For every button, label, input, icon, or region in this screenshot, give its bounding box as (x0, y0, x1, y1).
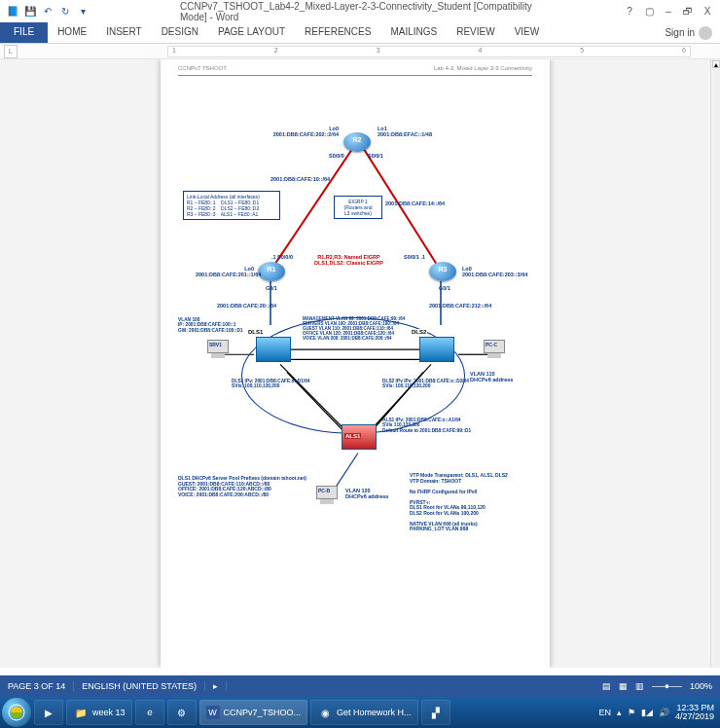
taskbar-word-label: CCNPv7_TSHOO... (224, 708, 302, 717)
link-r1r2-label: 2001:DB8:CAFE:10::/64 (270, 176, 330, 182)
ruler-mark: 1 (172, 47, 176, 56)
als1-svi-label: ALS1 IPv: 2001:DB8:CAFE:x::A1/64 SVIs 11… (382, 418, 471, 433)
r3-lo0-label: Lo0 2001:DB8:CAFE:203::3/64 (462, 266, 527, 277)
pc-label: PC-B (318, 488, 330, 493)
r2-lo1-label: Lo1 2001:DB8:EFAC::1/48 (378, 126, 432, 137)
r3-s001-label: S0/0/1 .1 (404, 254, 425, 260)
tray-sound-icon[interactable]: 🔊 (659, 708, 669, 717)
redo-icon[interactable]: ↻ (58, 5, 72, 18)
qat-dropdown-icon[interactable]: ▾ (76, 5, 90, 18)
router-label: R3 (429, 266, 456, 273)
r2-s000-label: S0/0/0 (329, 153, 344, 159)
page-header-right: Lab 4-2, Mixed Layer 2-3 Connectivity (434, 65, 532, 71)
start-button[interactable] (2, 698, 31, 727)
ruler-mark: 6 (682, 47, 686, 56)
link-r3dls2-label: 2001:DB8:CAFE:212::/64 (429, 303, 491, 309)
scroll-up-icon[interactable]: ▲ (712, 60, 720, 68)
tab-home[interactable]: HOME (48, 22, 96, 43)
ribbon-tabs: FILE HOME INSERT DESIGN PAGE LAYOUT REFE… (0, 22, 720, 44)
r2-s001-label: S0/0/1 (368, 153, 383, 159)
router-r2: R2 (343, 132, 371, 152)
switch-label: DLS2 (411, 329, 427, 335)
zoom-slider[interactable]: ──●── (652, 681, 682, 691)
close-button[interactable]: X (701, 6, 714, 17)
pc-srv1: SRV1 (205, 340, 231, 361)
tray-date[interactable]: 4/27/2019 (675, 712, 714, 721)
vtp-box: VTP Mode Transparent: DLS1, ALS1, DLS2 V… (410, 473, 508, 532)
view-read-icon[interactable]: ▤ (602, 681, 611, 691)
taskbar-app[interactable]: ▞ (421, 700, 450, 725)
page-header-left: CCNPv7 TSHOOT (178, 65, 227, 71)
app-icon: ▞ (428, 705, 444, 720)
eigrp-box: EIGRP 1 (Routers and L3 switches) (334, 196, 382, 219)
pc-label: PC-C (486, 342, 497, 347)
r1-g001-label: G0/1 (266, 285, 277, 291)
taskbar-chrome[interactable]: ◉Get Homework H... (310, 700, 418, 725)
save-icon[interactable]: 💾 (23, 5, 37, 18)
tab-references[interactable]: REFERENCES (295, 22, 380, 43)
pcc-box: VLAN 110 DHCPv6 address (470, 371, 513, 382)
tray-network-icon[interactable]: ▮◢ (641, 708, 653, 717)
sign-in-label: Sign in (665, 27, 695, 38)
avatar-icon (699, 26, 712, 40)
ruler-mark: 5 (580, 47, 584, 56)
status-language[interactable]: ENGLISH (UNITED STATES) (74, 681, 205, 691)
tray-lang[interactable]: EN (598, 708, 611, 717)
document-area[interactable]: CCNPv7 TSHOOT Lab 4-2, Mixed Layer 2-3 C… (0, 59, 710, 668)
view-print-icon[interactable]: ▦ (619, 681, 628, 691)
status-macro-icon[interactable]: ▸ (205, 681, 227, 691)
taskbar-word[interactable]: WCCNPv7_TSHOO... (199, 700, 308, 725)
link-r1dls1-label: 2001:DB8:CAFE:20::/64 (217, 303, 276, 309)
tab-view[interactable]: VIEW (505, 22, 550, 43)
taskbar-ie[interactable]: ｅ (135, 700, 164, 725)
tab-mailings[interactable]: MAILINGS (380, 22, 447, 43)
taskbar-explorer[interactable]: 📁week 13 (66, 700, 132, 725)
r1-lo0-label: Lo0 2001:DB8:CAFE:201::1/64 (196, 266, 254, 277)
tab-design[interactable]: DESIGN (152, 22, 208, 43)
taskbar-chrome-label: Get Homework H... (337, 708, 412, 717)
help-button[interactable]: ? (623, 6, 636, 17)
horizontal-ruler[interactable]: 1 2 3 4 5 6 (167, 46, 691, 57)
ruler-row: L 1 2 3 4 5 6 (0, 44, 720, 59)
tab-pagelayout[interactable]: PAGE LAYOUT (208, 22, 295, 43)
folder-icon: 📁 (73, 705, 89, 720)
link-local-box: Link-Local Address (all interfaces) R1 –… (183, 191, 280, 220)
tab-insert[interactable]: INSERT (96, 22, 152, 43)
sign-in[interactable]: Sign in (657, 22, 720, 43)
link-r2r3-label: 2001:DB8:CAFE:14::/64 (385, 200, 445, 206)
taskbar: ▶ 📁week 13 ｅ ⚙ WCCNPv7_TSHOO... ◉Get Hom… (0, 697, 720, 728)
router-label: R1 (258, 266, 285, 273)
switch-label: DLS1 (247, 329, 264, 335)
page: CCNPv7 TSHOOT Lab 4-2, Mixed Layer 2-3 C… (161, 59, 550, 668)
switch-dls2: DLS2 (419, 337, 454, 362)
status-page[interactable]: PAGE 3 OF 14 (0, 681, 74, 691)
vlans-box: MANAGEMENT VLAN 99: 2001:DB8:CAFE:99::/6… (303, 317, 405, 342)
window-title: CCNPv7_TSHOOT_Lab4-2_Mixed-Layer-2-3-Con… (180, 1, 540, 22)
routing-note: R1,R2,R3: Named EIGRP DLS1,DLS2: Classic… (314, 254, 383, 266)
undo-icon[interactable]: ↶ (41, 5, 54, 18)
tray-flag-icon[interactable]: ⚑ (628, 708, 635, 717)
ruler-mark: 3 (377, 47, 380, 56)
pc-b: PC-B (314, 486, 340, 507)
minimize-button[interactable]: – (662, 6, 675, 17)
vertical-scrollbar[interactable]: ▲ (710, 59, 720, 668)
ruler-mark: 2 (274, 47, 278, 56)
router-r1: R1 (258, 262, 285, 281)
taskbar-control[interactable]: ⚙ (167, 700, 197, 725)
nav-pane-toggle[interactable]: L (4, 45, 18, 58)
tab-review[interactable]: REVIEW (447, 22, 504, 43)
ie-icon: ｅ (142, 705, 158, 720)
maximize-button[interactable]: 🗗 (681, 6, 695, 17)
router-label: R2 (343, 136, 371, 143)
system-tray: EN ▴ ⚑ ▮◢ 🔊 12:33 PM 4/27/2019 (598, 704, 720, 721)
view-web-icon[interactable]: ▥ (635, 681, 644, 691)
switch-dls1: DLS1 (256, 337, 291, 362)
zoom-level[interactable]: 100% (690, 681, 712, 691)
title-bar: 📘 💾 ↶ ↻ ▾ CCNPv7_TSHOOT_Lab4-2_Mixed-Lay… (0, 0, 720, 22)
ribbon-options-button[interactable]: ▢ (642, 6, 656, 17)
status-bar: PAGE 3 OF 14 ENGLISH (UNITED STATES) ▸ ▤… (0, 675, 720, 697)
tab-file[interactable]: FILE (0, 22, 48, 43)
tray-up-icon[interactable]: ▴ (617, 708, 622, 717)
pcb-box: VLAN 120 DHCPv6 address (345, 488, 388, 499)
taskbar-media-player[interactable]: ▶ (34, 700, 63, 725)
